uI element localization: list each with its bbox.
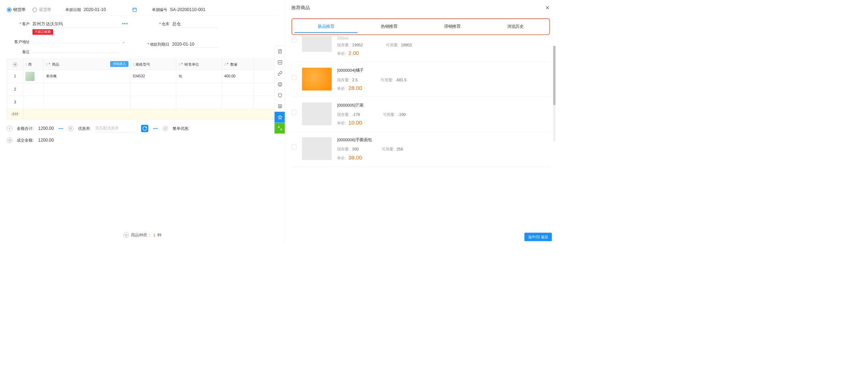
doc-no-label: 单据编号 xyxy=(144,7,167,12)
product-list[interactable]: 250ml 现存量:19952 可用量:19903 单价:2.00 [00000… xyxy=(285,35,556,209)
svg-rect-0 xyxy=(133,8,137,11)
doc-date-value[interactable]: 2020-01-10 xyxy=(84,6,129,13)
tab-sales-order[interactable]: 销货单 xyxy=(7,7,26,12)
list-item[interactable]: [0000005]芒果 现存量:-178 可用量:-190 单价:10.00 xyxy=(291,97,550,132)
avail-value: 256 xyxy=(397,147,403,152)
coupon-label: 优惠券: xyxy=(78,126,91,131)
order-type-tabs: 销货单 退货单 单据日期 2020-01-10 单据编号 SA-20200110… xyxy=(7,5,278,15)
product-name: [0000006]手撕面包 xyxy=(337,137,550,143)
side-toolbar xyxy=(274,46,285,134)
yen-icon: ¥ xyxy=(7,126,12,131)
select-return-button[interactable]: 选中(0) 返回 xyxy=(524,233,552,241)
total-label: 金额合计: xyxy=(17,126,34,131)
product-name: [0000005]芒果 xyxy=(337,102,550,108)
total-value: 1200.00 xyxy=(38,126,54,131)
payment-due-label: *收款到期日 xyxy=(147,42,169,47)
list-item[interactable]: [0000006]手撕面包 现存量:300 可用量:256 单价:38.00 xyxy=(291,132,550,166)
tab-new[interactable]: 新品推荐 xyxy=(295,20,358,33)
bag-icon: 袋 xyxy=(123,232,129,237)
stock-value: 19952 xyxy=(352,43,363,47)
dash-icon xyxy=(153,128,158,129)
recommendation-tabs: 新品推荐 热销推荐 滞销推荐 浏览历史 xyxy=(291,18,550,35)
tab-slow[interactable]: 滞销推荐 xyxy=(421,20,484,33)
close-icon[interactable]: ✕ xyxy=(545,5,550,11)
chevron-down-icon[interactable]: ⌄ xyxy=(122,40,125,44)
address-value[interactable] xyxy=(32,41,119,43)
avail-value: 19903 xyxy=(401,43,412,47)
panel-title: 推荐商品 xyxy=(291,5,310,11)
scan-button[interactable]: 扫码录入 xyxy=(110,61,128,67)
row-index: 1 xyxy=(7,70,23,83)
refresh-button[interactable] xyxy=(141,125,149,132)
col-image[interactable]: ▲▼商 xyxy=(23,59,44,70)
price-value: 2.00 xyxy=(348,50,359,56)
scrollbar[interactable] xyxy=(553,46,555,142)
price-value: 10.00 xyxy=(348,119,362,126)
side-shield-icon[interactable] xyxy=(275,90,286,101)
side-expand-icon[interactable] xyxy=(275,123,286,134)
remark-label: 备注 xyxy=(7,49,30,55)
payment-due-value[interactable]: 2020-01-10 xyxy=(172,41,218,48)
stock-value: -178 xyxy=(352,112,360,117)
table-row[interactable]: 3 xyxy=(7,96,278,109)
tab-history[interactable]: 浏览历史 xyxy=(484,20,547,33)
product-name: [0000004]橘子 xyxy=(337,68,550,73)
product-image xyxy=(302,68,332,91)
side-yen-icon[interactable] xyxy=(275,101,286,112)
warehouse-value[interactable]: 总仓 xyxy=(172,20,218,28)
product-name: 250ml xyxy=(337,36,550,41)
customer-value[interactable]: 苏州万达沃尔玛 xyxy=(32,20,119,28)
col-product[interactable]: ▲▼*商品扫码录入 xyxy=(44,59,131,70)
side-star-icon[interactable] xyxy=(275,112,286,123)
tab-label: 退货单 xyxy=(39,7,51,12)
row-qty[interactable]: 400.00 xyxy=(222,70,254,83)
checkbox[interactable] xyxy=(291,144,296,149)
checkbox[interactable] xyxy=(291,38,296,43)
table-row[interactable]: 2 xyxy=(7,83,278,96)
checkbox[interactable] xyxy=(291,110,296,115)
row-spec[interactable]: 534532 xyxy=(131,70,176,83)
doc-no-value: SA-20200110-001 xyxy=(170,6,216,13)
list-item[interactable]: 250ml 现存量:19952 可用量:19903 单价:2.00 xyxy=(291,35,550,62)
doc-date-label: 单据日期 xyxy=(58,7,81,12)
remark-value[interactable] xyxy=(32,51,119,53)
tab-return-order[interactable]: 退货单 xyxy=(32,7,51,12)
tab-label: 销货单 xyxy=(13,7,26,12)
product-image xyxy=(302,36,332,52)
col-qty[interactable]: ▲▼*数量 xyxy=(222,59,254,70)
checkbox[interactable] xyxy=(291,75,296,80)
dash-icon xyxy=(58,128,63,129)
product-image xyxy=(302,137,332,160)
deal-value: 1200.00 xyxy=(38,138,54,143)
tab-hot[interactable]: 热销推荐 xyxy=(358,20,421,33)
radio-icon xyxy=(7,7,11,12)
col-spec[interactable]: ▲▼规格型号 xyxy=(131,59,176,70)
side-link-icon[interactable] xyxy=(275,68,286,79)
stock-value: 2.5 xyxy=(352,78,358,82)
side-swap-icon[interactable] xyxy=(275,79,286,90)
table-row[interactable]: 1 果倍爽 534532 包 400.00 xyxy=(7,70,278,83)
deal-icon: 成 xyxy=(7,138,12,143)
col-unit[interactable]: ▲▼*销售单位 xyxy=(176,59,222,70)
row-product[interactable]: 果倍爽 xyxy=(44,70,131,83)
period-badge: 不固定账期 xyxy=(32,29,53,35)
deal-label: 成交金额: xyxy=(17,138,34,143)
side-doc-icon[interactable] xyxy=(275,46,286,57)
items-table: ▲▼商 ▲▼*商品扫码录入 ▲▼规格型号 ▲▼*销售单位 ▲▼*数量 1 果倍爽… xyxy=(7,59,278,119)
coupon-input[interactable]: 无匹配优惠券 xyxy=(95,125,136,132)
radio-icon xyxy=(32,7,37,12)
footer-product-count: 袋 商品种类： 1 种 xyxy=(123,232,161,237)
avail-value: -681.5 xyxy=(395,78,407,82)
product-image xyxy=(302,102,332,125)
price-value: 28.00 xyxy=(348,85,362,91)
row-thumb xyxy=(23,70,44,83)
side-chart-icon[interactable] xyxy=(275,57,286,68)
row-unit[interactable]: 包 xyxy=(176,70,222,83)
svg-point-1 xyxy=(14,64,16,65)
settings-column[interactable] xyxy=(7,59,23,70)
calendar-icon[interactable] xyxy=(132,7,137,12)
more-icon[interactable]: ••• xyxy=(122,21,128,27)
full-discount-label: 整单优惠: xyxy=(173,126,189,131)
list-item[interactable]: [0000004]橘子 现存量:2.5 可用量:-681.5 单价:28.00 xyxy=(291,62,550,97)
stock-value: 300 xyxy=(352,147,359,152)
